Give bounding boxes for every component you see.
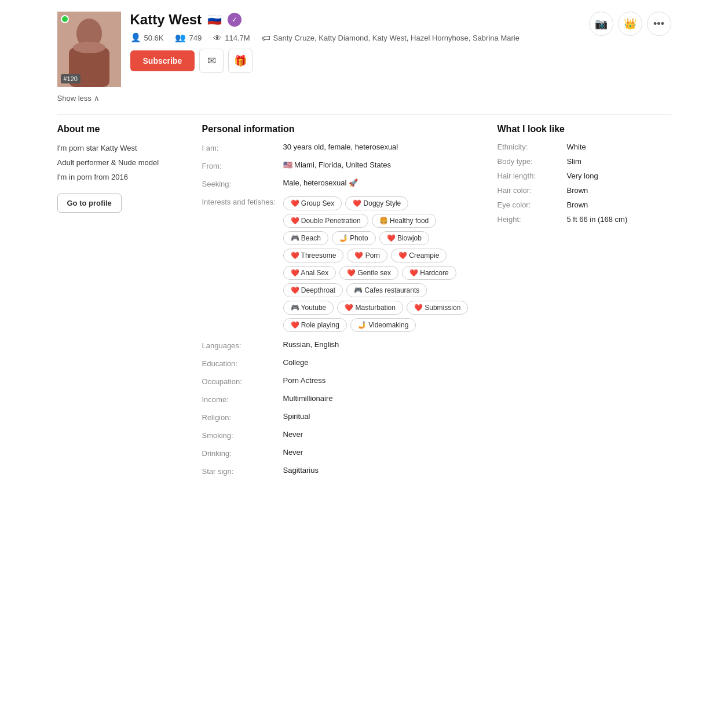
interests-label: Interests and fetishes: [202,196,283,206]
field-label: Education: [202,358,283,368]
interest-tag: 🎮 Youtube [283,301,334,315]
interest-tag: 🎮 Beach [283,231,328,245]
other-field-row: Smoking: Never [202,430,480,440]
about-line: I'm porn star Katty West [57,143,185,155]
look-value: Very long [567,172,598,180]
field-label: Income: [202,394,283,404]
gift-button[interactable]: 🎁 [228,49,253,73]
interest-tag: ❤️ Group Sex [283,196,342,210]
more-button[interactable]: ••• [647,12,671,36]
other-field-row: Education: College [202,358,480,368]
interest-tag: ❤️ Doggy Style [345,196,408,210]
field-label: Occupation: [202,376,283,386]
interest-tag: 🤳 Photo [332,231,376,245]
interest-tag: ❤️ Submission [407,301,468,315]
interest-tag: 🎮 Cafes restaurants [346,283,427,297]
other-field-row: Drinking: Never [202,448,480,458]
interest-tag: ❤️ Threesome [283,249,344,262]
field-label: From: [202,160,283,170]
look-label: Hair color: [497,186,567,195]
looks-section: What I look like Ethnicity: White Body t… [497,124,671,484]
profile-name: Katty West [130,12,202,28]
views-stat: 👁 114.7M [213,33,250,43]
look-label: Body type: [497,157,567,166]
look-field-row: Hair color: Brown [497,186,671,195]
field-label: Smoking: [202,430,283,440]
page: #120 Katty West 🇷🇺 ✓ 👤 50.6K 👥 749 👁 [46,0,683,495]
social-icons: 📷 👑 ••• [589,12,671,36]
divider [57,114,671,115]
aliases-stat: 🏷 Santy Cruze, Katty Diamond, Katy West,… [262,33,520,43]
field-label: Languages: [202,340,283,350]
about-line: I'm in porn from 2016 [57,172,185,184]
about-me-title: About me [57,124,185,134]
field-value: Spiritual [283,412,310,421]
other-field-row: Occupation: Porn Actress [202,376,480,386]
interest-tag: ❤️ Masturbation [337,301,403,315]
views-icon: 👁 [213,33,222,43]
instagram-button[interactable]: 📷 [589,12,613,36]
look-field-row: Hair length: Very long [497,172,671,180]
interest-tag: ❤️ Deepthroat [283,283,343,297]
look-label: Ethnicity: [497,143,567,151]
go-to-profile-button[interactable]: Go to profile [57,194,122,213]
following-count: 749 [189,34,202,42]
field-label: Drinking: [202,448,283,458]
look-field-row: Eye color: Brown [497,200,671,209]
flag-icon: 🇷🇺 [207,13,222,27]
look-field-row: Ethnicity: White [497,143,671,151]
personal-field-row: I am: 30 years old, female, heterosexual [202,143,480,152]
look-label: Hair length: [497,172,567,180]
look-value: White [567,143,586,151]
online-indicator [61,15,69,23]
personal-info-title: Personal information [202,124,480,134]
personal-field-row: From: 🇺🇸 Miami, Florida, United States [202,160,480,170]
look-field-row: Body type: Slim [497,157,671,166]
field-value: 30 years old, female, heterosexual [283,143,398,151]
interests-row: Interests and fetishes: ❤️ Group Sex❤️ D… [202,196,480,332]
svg-point-3 [73,42,105,53]
chevron-up-icon: ∧ [94,94,100,103]
interest-tag: ❤️ Creampie [391,249,447,262]
views-count: 114.7M [225,34,250,42]
avatar-badge: #120 [61,74,81,83]
verified-icon: ✓ [228,13,242,27]
aliases-icon: 🏷 [262,33,270,43]
personal-info-section: Personal information I am: 30 years old,… [202,124,480,484]
message-button[interactable]: ✉ [199,49,224,73]
look-value: 5 ft 66 in (168 cm) [567,215,628,224]
interest-tag: ❤️ Anal Sex [283,266,336,280]
stats-row: 👤 50.6K 👥 749 👁 114.7M 🏷 Santy Cruze, Ka… [130,32,580,43]
field-value: Porn Actress [283,376,326,385]
field-label: Seeking: [202,178,283,188]
about-me-section: About me I'm porn star Katty WestAdult p… [57,124,185,484]
interest-tag: ❤️ Blowjob [379,231,429,245]
personal-field-row: Seeking: Male, heterosexual 🚀 [202,178,480,188]
interest-tag: 🍔 Healthy food [372,214,437,228]
field-value: Sagittarius [283,466,319,475]
interest-tag: ❤️ Gentle sex [339,266,398,280]
show-less-toggle[interactable]: Show less ∧ [57,94,671,103]
look-label: Height: [497,215,567,224]
looks-title: What I look like [497,124,671,134]
following-stat: 👥 749 [175,32,202,43]
field-label: Star sign: [202,466,283,476]
field-value: Russian, English [283,340,339,349]
field-value: Multimillionaire [283,394,333,403]
tags-container: ❤️ Group Sex❤️ Doggy Style❤️ Double Pene… [283,196,480,332]
actions-row: Subscribe ✉ 🎁 [130,49,580,73]
look-field-row: Height: 5 ft 66 in (168 cm) [497,215,671,224]
subscribe-button[interactable]: Subscribe [130,50,195,71]
other-fields: Languages: Russian, English Education: C… [202,340,480,476]
look-value: Brown [567,200,588,209]
about-lines: I'm porn star Katty WestAdult performer … [57,143,185,183]
field-value: Male, heterosexual 🚀 [283,178,358,187]
looks-fields: Ethnicity: White Body type: Slim Hair le… [497,143,671,224]
crown-button[interactable]: 👑 [618,12,642,36]
other-field-row: Religion: Spiritual [202,412,480,422]
followers-icon: 👤 [130,32,141,43]
profile-info: Katty West 🇷🇺 ✓ 👤 50.6K 👥 749 👁 114.7M [130,12,580,73]
following-icon: 👥 [175,32,186,43]
other-field-row: Income: Multimillionaire [202,394,480,404]
followers-stat: 👤 50.6K [130,32,164,43]
